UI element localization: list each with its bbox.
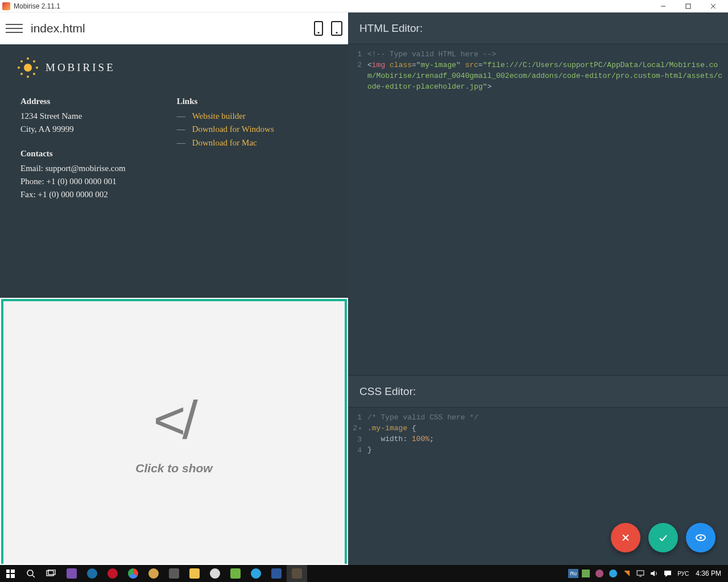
cancel-button[interactable]	[611, 523, 640, 552]
tray-ru-switcher[interactable]: Ru	[568, 569, 578, 578]
tray-icon-4[interactable]	[621, 571, 633, 576]
start-button[interactable]	[0, 565, 20, 582]
svg-rect-9	[11, 569, 15, 573]
taskbar-left	[0, 565, 61, 582]
taskbar-app-word[interactable]	[266, 565, 287, 582]
svg-rect-8	[6, 569, 10, 573]
device-phone-icon[interactable]	[314, 21, 323, 36]
contact-fax: Fax: +1 (0) 000 0000 002	[20, 188, 126, 201]
css-gutter: 12 ▾34	[348, 412, 367, 565]
taskbar-app-opera[interactable]	[102, 565, 123, 582]
editor-action-buttons	[611, 523, 715, 552]
task-view-icon[interactable]	[41, 565, 61, 582]
link-website-builder[interactable]: Website builder	[192, 111, 246, 120]
window-controls	[651, 0, 726, 13]
taskbar-app-7[interactable]	[205, 565, 225, 582]
html-code-lines[interactable]: <!-- Type valid HTML here --> <img class…	[367, 49, 728, 375]
html-editor-section: HTML Editor: 12 <!-- Type valid HTML her…	[348, 13, 728, 375]
custom-html-block[interactable]: </ Click to show	[1, 299, 347, 564]
address-line-1: 1234 Street Name	[20, 110, 126, 123]
address-line-2: City, AA 99999	[20, 123, 126, 136]
html-gutter: 12	[348, 49, 367, 375]
links-column: Links Website builder Download for Windo…	[177, 97, 274, 201]
address-heading: Address	[20, 97, 126, 106]
contact-phone: Phone: +1 (0) 000 0000 001	[20, 175, 126, 188]
page-name: index.html	[31, 22, 85, 35]
device-tablet-icon[interactable]	[331, 21, 342, 36]
taskbar-app-chrome[interactable]	[123, 565, 143, 582]
preview-pane: index.html	[0, 13, 348, 565]
svg-rect-1	[686, 4, 690, 9]
link-download-mac[interactable]: Download for Mac	[192, 138, 257, 147]
minimize-button[interactable]	[651, 0, 676, 13]
preview-button[interactable]	[686, 523, 715, 552]
close-button[interactable]	[701, 0, 726, 13]
brand-name: MOBIRISE	[46, 61, 115, 74]
app-icon	[2, 2, 10, 10]
svg-rect-11	[11, 574, 15, 578]
svg-point-12	[27, 570, 33, 576]
taskbar-app-2[interactable]	[82, 565, 102, 582]
windows-taskbar: Ru РУС 4:36 PM	[0, 565, 728, 582]
taskbar-apps	[61, 565, 307, 582]
links-heading: Links	[177, 97, 274, 106]
list-item: Website builder	[177, 110, 274, 123]
css-editor-title: CSS Editor:	[348, 376, 728, 408]
address-column: Address 1234 Street Name City, AA 99999 …	[20, 97, 126, 201]
link-download-windows[interactable]: Download for Windows	[192, 124, 274, 134]
search-icon[interactable]	[20, 565, 41, 582]
list-item: Download for Mac	[177, 136, 274, 149]
page-preview: MOBIRISE Address 1234 Street Name City, …	[0, 44, 348, 565]
svg-rect-19	[664, 571, 671, 575]
brand-row: MOBIRISE	[18, 58, 328, 77]
svg-rect-10	[6, 574, 10, 578]
app-toolbar: index.html	[0, 13, 348, 44]
svg-rect-14	[47, 571, 53, 576]
taskbar-app-8[interactable]	[225, 565, 246, 582]
svg-point-7	[700, 537, 702, 539]
html-code-area[interactable]: 12 <!-- Type valid HTML here --> <img cl…	[348, 44, 728, 375]
taskbar-app-explorer[interactable]	[184, 565, 205, 582]
tray-icon-2[interactable]	[593, 569, 606, 577]
taskbar-app-mobirise[interactable]	[287, 565, 307, 582]
sun-icon	[18, 58, 38, 77]
window-title: Mobirise 2.11.1	[14, 2, 60, 10]
tray-icon-3[interactable]	[607, 569, 619, 577]
tray-volume-icon[interactable]	[648, 569, 660, 577]
contact-email: Email: support@mobirise.com	[20, 162, 126, 175]
language-indicator[interactable]: РУС	[675, 571, 691, 577]
tray-icon-1[interactable]	[580, 569, 592, 577]
taskbar-app-telegram[interactable]	[246, 565, 266, 582]
taskbar-app-5[interactable]	[164, 565, 184, 582]
code-icon: </	[154, 390, 195, 451]
svg-rect-16	[637, 571, 644, 575]
device-switcher	[314, 21, 342, 36]
contacts-heading: Contacts	[20, 149, 126, 159]
tray-action-center-icon[interactable]	[661, 569, 674, 577]
taskbar-app-1[interactable]	[61, 565, 82, 582]
taskbar-app-paint[interactable]	[143, 565, 164, 582]
svg-rect-15	[48, 569, 55, 575]
work-area: index.html	[0, 13, 728, 565]
click-to-show-hint: Click to show	[135, 462, 212, 475]
svg-marker-18	[651, 571, 655, 576]
svg-line-13	[32, 575, 35, 577]
tray-network-icon[interactable]	[634, 569, 647, 577]
taskbar-clock[interactable]: 4:36 PM	[692, 569, 725, 577]
maximize-button[interactable]	[676, 0, 701, 13]
menu-icon[interactable]	[6, 20, 23, 37]
save-button[interactable]	[648, 523, 678, 552]
svg-marker-20	[665, 575, 668, 577]
editor-pane: HTML Editor: 12 <!-- Type valid HTML her…	[348, 13, 728, 565]
list-item: Download for Windows	[177, 123, 274, 136]
footer-block[interactable]: MOBIRISE Address 1234 Street Name City, …	[0, 44, 348, 298]
html-editor-title: HTML Editor:	[348, 13, 728, 44]
window-titlebar: Mobirise 2.11.1	[0, 0, 728, 13]
system-tray: Ru РУС 4:36 PM	[568, 565, 728, 582]
